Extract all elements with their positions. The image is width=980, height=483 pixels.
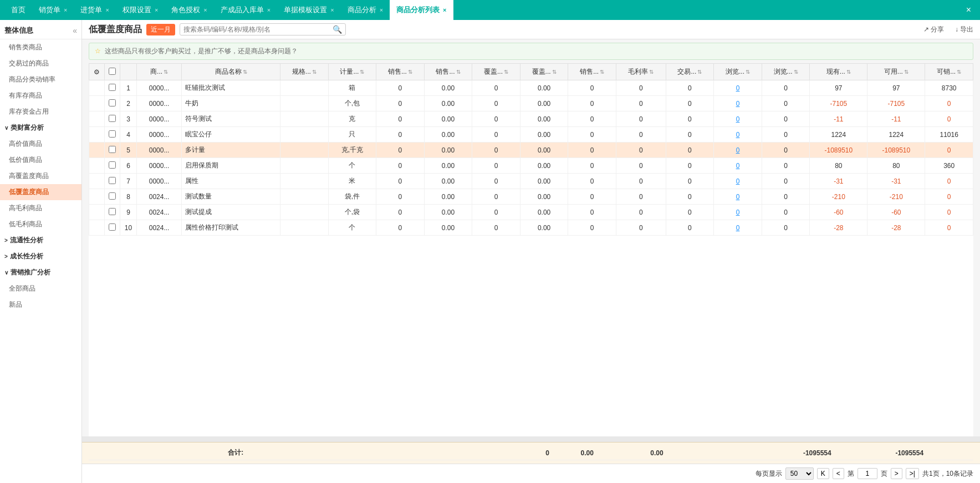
- search-input[interactable]: [183, 26, 330, 33]
- browse1-cell[interactable]: 0: [714, 96, 762, 111]
- row-checkbox-cell[interactable]: [105, 111, 120, 127]
- sales-qty-column-header[interactable]: 销售...⇅: [376, 64, 425, 80]
- sidebar-item-category-rate[interactable]: 商品分类动销率: [0, 72, 81, 88]
- close-production-tab[interactable]: ×: [267, 0, 270, 20]
- prev-page-button[interactable]: <: [833, 468, 844, 479]
- trade-column-header[interactable]: 交易...⇅: [666, 64, 714, 80]
- last-page-button[interactable]: >|: [906, 468, 919, 479]
- nav-tab-purchase[interactable]: 进货单 ×: [74, 0, 115, 20]
- settings-column-header[interactable]: ⚙: [89, 64, 105, 80]
- browse1-cell[interactable]: 0: [714, 189, 762, 205]
- sidebar-item-stocked-goods[interactable]: 有库存商品: [0, 88, 81, 104]
- sidebar-item-high-value[interactable]: 高价值商品: [0, 136, 81, 152]
- row-checkbox-cell[interactable]: [105, 220, 120, 236]
- row-checkbox[interactable]: [109, 192, 116, 200]
- share-button[interactable]: ↗ 分享: [923, 25, 944, 34]
- row-checkbox[interactable]: [109, 84, 116, 91]
- name-column-header[interactable]: 商品名称⇅: [182, 64, 280, 80]
- browse1-cell[interactable]: 0: [714, 111, 762, 127]
- close-analysis-list-tab[interactable]: ×: [443, 0, 446, 20]
- export-button[interactable]: ↓ 导出: [955, 25, 973, 34]
- row-checkbox[interactable]: [109, 130, 116, 138]
- select-all-checkbox[interactable]: [109, 68, 116, 75]
- sidebar-item-all-goods[interactable]: 全部商品: [0, 281, 81, 297]
- cover1-column-header[interactable]: 覆盖...⇅: [472, 64, 520, 80]
- browse1-cell[interactable]: 0: [714, 174, 762, 189]
- browse1-cell[interactable]: 0: [714, 80, 762, 96]
- browse1-cell[interactable]: 0: [714, 143, 762, 158]
- row-checkbox[interactable]: [109, 208, 116, 215]
- close-roles-tab[interactable]: ×: [203, 0, 207, 20]
- close-permissions-tab[interactable]: ×: [155, 0, 158, 20]
- row-checkbox-cell[interactable]: [105, 127, 120, 143]
- close-template-tab[interactable]: ×: [330, 0, 334, 20]
- page-number-input[interactable]: [858, 468, 877, 479]
- nav-tab-home[interactable]: 首页: [4, 0, 32, 20]
- row-checkbox-cell[interactable]: [105, 189, 120, 205]
- row-checkbox[interactable]: [109, 223, 116, 231]
- sidebar-collapse-button[interactable]: «: [73, 26, 77, 35]
- sidebar-item-low-coverage[interactable]: 低覆盖度商品: [0, 184, 81, 200]
- sales-qty-cell: 0: [376, 205, 425, 220]
- sales-amt-column-header[interactable]: 销售...⇅: [424, 64, 472, 80]
- spec-column-header[interactable]: 规格...⇅: [280, 64, 329, 80]
- close-sales-tab[interactable]: ×: [64, 0, 67, 20]
- row-checkbox-cell[interactable]: [105, 158, 120, 174]
- browse1-cell[interactable]: 0: [714, 127, 762, 143]
- window-close-button[interactable]: ×: [962, 5, 976, 15]
- sidebar-section-wealth[interactable]: ∨ 类财富分析: [0, 120, 81, 136]
- sidebar-item-new-goods[interactable]: 新品: [0, 297, 81, 313]
- row-checkbox[interactable]: [109, 115, 116, 122]
- nav-tab-analysis-list[interactable]: 商品分析列表 ×: [390, 0, 453, 20]
- sidebar-section-growth[interactable]: > 成长性分析: [0, 248, 81, 265]
- row-checkbox[interactable]: [109, 161, 116, 169]
- checkbox-column-header[interactable]: [105, 64, 120, 80]
- nav-tab-permissions[interactable]: 权限设置 ×: [116, 0, 165, 20]
- cover2-column-header[interactable]: 覆盖...⇅: [520, 64, 568, 80]
- horizontal-scrollbar[interactable]: [82, 436, 980, 442]
- index-cell: 10: [120, 220, 137, 236]
- sellable-column-header[interactable]: 可销...⇅: [925, 64, 973, 80]
- sidebar-item-high-coverage[interactable]: 高覆盖度商品: [0, 168, 81, 184]
- sidebar-item-capital-occupy[interactable]: 库存资金占用: [0, 104, 81, 120]
- sidebar-section-marketing[interactable]: ∨ 营销推广分析: [0, 265, 81, 281]
- row-checkbox-cell[interactable]: [105, 205, 120, 220]
- page-size-select[interactable]: 50 100 200: [785, 467, 814, 480]
- sidebar-item-low-margin[interactable]: 低毛利商品: [0, 216, 81, 232]
- unit-column-header[interactable]: 计量...⇅: [328, 64, 376, 80]
- available-column-header[interactable]: 可用...⇅: [867, 64, 925, 80]
- nav-tab-production[interactable]: 产成品入库单 ×: [214, 0, 277, 20]
- nav-tab-template[interactable]: 单据模板设置 ×: [277, 0, 340, 20]
- row-checkbox-cell[interactable]: [105, 80, 120, 96]
- browse1-cell[interactable]: 0: [714, 220, 762, 236]
- close-purchase-tab[interactable]: ×: [105, 0, 109, 20]
- row-checkbox-cell[interactable]: [105, 143, 120, 158]
- sidebar-item-high-margin[interactable]: 高毛利商品: [0, 200, 81, 216]
- current-column-header[interactable]: 现有...⇅: [810, 64, 867, 80]
- margin-rate-column-header[interactable]: 毛利率⇅: [616, 64, 666, 80]
- row-checkbox-cell[interactable]: [105, 96, 120, 111]
- row-checkbox-cell[interactable]: [105, 174, 120, 189]
- browse2-cell: 0: [762, 127, 810, 143]
- close-analysis-tab[interactable]: ×: [380, 0, 383, 20]
- period-button[interactable]: 近一月: [146, 24, 175, 35]
- row-checkbox[interactable]: [109, 99, 116, 106]
- nav-tab-analysis[interactable]: 商品分析 ×: [341, 0, 390, 20]
- code-column-header[interactable]: 商...⇅: [137, 64, 182, 80]
- browse1-column-header[interactable]: 浏览...⇅: [714, 64, 762, 80]
- browse1-cell[interactable]: 0: [714, 158, 762, 174]
- sidebar-section-circulation[interactable]: > 流通性分析: [0, 232, 81, 248]
- nav-tab-roles[interactable]: 角色授权 ×: [165, 0, 213, 20]
- browse1-cell[interactable]: 0: [714, 205, 762, 220]
- search-icon[interactable]: 🔍: [333, 25, 342, 34]
- row-checkbox[interactable]: [109, 177, 116, 184]
- sidebar-item-traded-goods[interactable]: 交易过的商品: [0, 55, 81, 72]
- nav-tab-sales[interactable]: 销货单 ×: [32, 0, 74, 20]
- sidebar-item-low-value[interactable]: 低价值商品: [0, 152, 81, 168]
- row-checkbox[interactable]: [109, 146, 116, 153]
- browse2-column-header[interactable]: 浏览...⇅: [762, 64, 810, 80]
- next-page-button[interactable]: >: [891, 468, 902, 479]
- sidebar-item-sales-goods[interactable]: 销售类商品: [0, 39, 81, 55]
- sales-day-column-header[interactable]: 销售...⇅: [568, 64, 616, 80]
- first-page-button[interactable]: K: [817, 468, 829, 479]
